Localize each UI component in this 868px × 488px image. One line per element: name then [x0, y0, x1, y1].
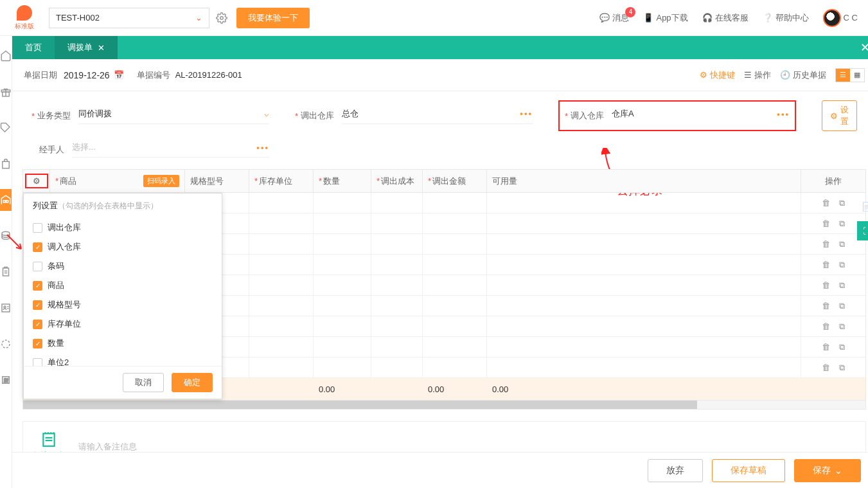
- tab-transfer[interactable]: 调拨单 ✕: [55, 36, 118, 59]
- sidebar-clipboard[interactable]: [0, 261, 12, 283]
- sidebar-warehouse[interactable]: [0, 189, 12, 211]
- column-option[interactable]: 条码: [33, 257, 213, 276]
- copy-icon[interactable]: ⧉: [839, 363, 845, 373]
- expand-icon[interactable]: ⛶: [857, 221, 868, 240]
- copy-icon[interactable]: ⧉: [839, 260, 845, 270]
- delete-icon[interactable]: 🗑: [822, 301, 830, 311]
- column-settings-button[interactable]: ⚙: [23, 170, 50, 192]
- sidebar-home[interactable]: [0, 45, 12, 67]
- copy-icon[interactable]: ⧉: [839, 321, 845, 332]
- copy-icon[interactable]: ⧉: [839, 219, 845, 229]
- th-amount: *调出金额: [423, 170, 487, 192]
- confirm-button[interactable]: 确定: [172, 373, 213, 392]
- tab-bar: 首页 调拨单 ✕ ✕: [12, 36, 868, 59]
- column-option[interactable]: 单位2: [33, 353, 213, 366]
- messages-badge: 4: [625, 7, 635, 17]
- more-icon: •••: [256, 143, 269, 152]
- calendar-icon[interactable]: 📅: [114, 70, 124, 80]
- th-available: 可用量: [487, 170, 801, 192]
- popover-list[interactable]: 调出仓库✓调入仓库条码✓商品✓规格型号✓库存单位✓数量单位2: [24, 218, 222, 366]
- scan-badge[interactable]: 扫码录入: [143, 175, 179, 187]
- org-selector[interactable]: TEST-H002 ⌄: [49, 8, 209, 28]
- table: ⚙ *商品扫码录入 规格型号 *库存单位 *数量 *调出成本 *调出金额 可用量…: [22, 169, 866, 410]
- save-draft-button[interactable]: 保存草稿: [712, 459, 785, 482]
- config-button[interactable]: ⚙设置: [822, 100, 857, 131]
- field-in-warehouse[interactable]: * 调入仓库 仓库A•••: [558, 100, 796, 131]
- operate-link[interactable]: ☰操作: [744, 69, 771, 81]
- field-out-warehouse[interactable]: * 调出仓库 总仓•••: [295, 100, 533, 131]
- delete-icon[interactable]: 🗑: [822, 280, 830, 290]
- field-biz-type[interactable]: * 业务类型 同价调拨⌵: [31, 100, 269, 131]
- required-star: *: [295, 111, 298, 121]
- form-row-2: 经手人 选择...•••: [12, 131, 868, 169]
- trial-button[interactable]: 我要体验一下: [236, 8, 310, 28]
- required-star: *: [565, 111, 568, 121]
- history-link[interactable]: 🕘历史单据: [780, 69, 826, 81]
- date-value[interactable]: 2019-12-26: [64, 70, 110, 80]
- logo-icon: [17, 5, 32, 21]
- more-icon: •••: [777, 109, 790, 119]
- copy-icon[interactable]: ⧉: [839, 239, 845, 249]
- sidebar-gift[interactable]: [0, 81, 12, 103]
- help-link[interactable]: ❔ 帮助中心: [763, 12, 809, 24]
- docno-label: 单据编号: [137, 69, 170, 81]
- delete-icon[interactable]: 🗑: [822, 198, 830, 208]
- delete-icon[interactable]: 🗑: [822, 363, 830, 372]
- column-option[interactable]: 调出仓库: [33, 218, 213, 237]
- checkbox-icon: ✓: [33, 281, 42, 291]
- table-header: ⚙ *商品扫码录入 规格型号 *库存单位 *数量 *调出成本 *调出金额 可用量…: [23, 170, 865, 193]
- column-option[interactable]: ✓商品: [33, 276, 213, 295]
- copy-icon[interactable]: ⧉: [839, 342, 845, 352]
- delete-icon[interactable]: 🗑: [822, 239, 830, 249]
- view-grid-icon[interactable]: ▦: [850, 69, 864, 82]
- th-cost: *调出成本: [371, 170, 423, 192]
- app-download-link[interactable]: 📱 App下载: [643, 12, 687, 24]
- sidebar-bag[interactable]: [0, 153, 12, 175]
- sidebar-new[interactable]: 新: [0, 369, 12, 391]
- service-link[interactable]: 🎧 在线客服: [702, 12, 748, 24]
- cancel-button[interactable]: 取消: [123, 373, 164, 392]
- delete-icon[interactable]: 🗑: [822, 342, 830, 352]
- messages-link[interactable]: 💬 消息 4: [599, 12, 629, 24]
- copy-icon[interactable]: ⧉: [839, 198, 845, 208]
- view-list-icon[interactable]: ☰: [836, 69, 850, 82]
- user-menu[interactable]: C C: [823, 9, 858, 27]
- svg-point-9: [2, 340, 10, 348]
- discard-button[interactable]: 放弃: [648, 459, 703, 482]
- column-option[interactable]: ✓调入仓库: [33, 237, 213, 257]
- horizontal-scrollbar[interactable]: [23, 400, 865, 409]
- org-selector-value: TEST-H002: [56, 13, 100, 23]
- sidebar-contact[interactable]: [0, 297, 12, 319]
- copy-icon[interactable]: ⧉: [839, 301, 845, 311]
- notes-icon[interactable]: 📄: [857, 197, 868, 216]
- close-icon[interactable]: ✕: [98, 43, 105, 53]
- checkbox-icon: ✓: [33, 320, 42, 329]
- remarks-input[interactable]: [78, 442, 856, 451]
- checkbox-icon: ✓: [33, 339, 42, 348]
- view-toggle[interactable]: ☰ ▦: [835, 68, 865, 82]
- delete-icon[interactable]: 🗑: [822, 219, 830, 228]
- form-row-1: * 业务类型 同价调拨⌵ * 调出仓库 总仓••• * 调入仓库 仓库A••• …: [12, 91, 868, 131]
- settings-icon[interactable]: [216, 12, 227, 24]
- sidebar-loading[interactable]: [0, 333, 12, 355]
- tab-home[interactable]: 首页: [12, 36, 55, 59]
- footer-bar: 放弃 保存草稿 保存⌄: [12, 452, 868, 488]
- column-option[interactable]: ✓库存单位: [33, 314, 213, 334]
- gear-icon: ⚙: [25, 174, 48, 188]
- total-avail: 0.00: [487, 378, 801, 400]
- column-option[interactable]: ✓规格型号: [33, 295, 213, 314]
- copy-icon[interactable]: ⧉: [839, 280, 845, 291]
- shortcut-link[interactable]: ⚙快捷键: [700, 69, 735, 81]
- edition-label: 标准版: [15, 22, 34, 31]
- chevron-down-icon: ⌵: [264, 109, 269, 118]
- sidebar-money[interactable]: [0, 225, 12, 247]
- save-button[interactable]: 保存⌄: [794, 459, 861, 482]
- tabs-close-all[interactable]: ✕: [853, 36, 868, 59]
- delete-icon[interactable]: 🗑: [822, 260, 830, 269]
- th-qty: *数量: [314, 170, 371, 192]
- toolbar: 单据日期 2019-12-26 📅 单据编号 AL-20191226-001 ⚙…: [12, 59, 868, 91]
- delete-icon[interactable]: 🗑: [822, 321, 830, 331]
- column-option[interactable]: ✓数量: [33, 334, 213, 353]
- sidebar-tag[interactable]: [0, 117, 12, 139]
- field-handler[interactable]: 经手人 选择...•••: [31, 141, 269, 158]
